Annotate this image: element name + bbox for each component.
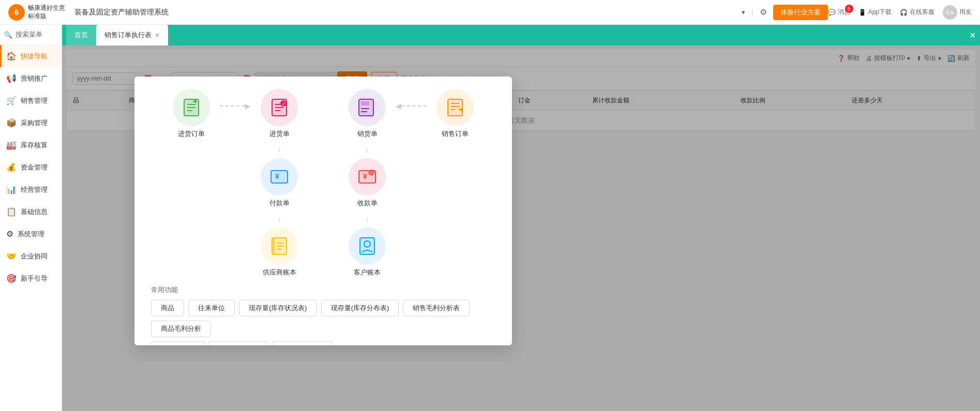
arrow-right-1: ▶ — [220, 102, 251, 126]
arrow-down-receipt: ↓ — [365, 214, 369, 223]
active-bar — [0, 45, 2, 67]
arrow-down-payment: ↓ — [277, 214, 281, 223]
sidebar-item-system[interactable]: ⚙ 系统管理 — [0, 223, 62, 245]
try-btn[interactable]: 体验行业方案 — [773, 5, 828, 20]
flow-row-arrows: ↓ ↓ — [151, 143, 495, 156]
func-buttons-row2: 销售排行榜 收款情况统计 付款情况统计 — [151, 341, 495, 345]
purchase-bill-label: 进货单 — [269, 129, 290, 139]
node-supplier-ledger[interactable]: 供应商账本 — [251, 227, 308, 277]
tab-home[interactable]: 首页 — [66, 25, 96, 45]
flow-row-2: ¥ 付款单 ¥ 收款单 — [151, 158, 495, 208]
download-icon: 📱 — [858, 9, 866, 16]
tab-close-btn[interactable]: ✕ — [155, 32, 160, 39]
func-btn-stock-status[interactable]: 现存量(库存状况表) — [239, 300, 317, 316]
marketing-icon: 📢 — [6, 73, 17, 83]
system-dropdown[interactable]: ▾ — [742, 8, 745, 16]
payment-bill-circle: ¥ — [261, 158, 298, 195]
svg-text:¥: ¥ — [275, 172, 279, 180]
func-btn-stock-dist[interactable]: 现存量(库存分布表) — [321, 300, 399, 316]
func-btn-product[interactable]: 商品 — [151, 300, 184, 316]
avatar: Ea — [943, 5, 957, 20]
main-content: 首页 销售订单执行表 ✕ ✕ ❓ 帮助 🖨 按模板打印 ▾ — [62, 25, 980, 411]
sales-bill-label: 销货单 — [357, 129, 378, 139]
payment-bill-label: 付款单 — [269, 199, 290, 208]
purchase-order-circle — [173, 89, 210, 126]
func-btn-payment-stat[interactable]: 付款情况统计 — [273, 341, 333, 345]
sidebar-item-newbie[interactable]: 🎯 新手引导 — [0, 267, 62, 290]
sidebar-item-finance[interactable]: 💰 资金管理 — [0, 156, 62, 178]
tab-bar-close-btn[interactable]: ✕ — [969, 31, 976, 40]
arrow-down-purchase: ↓ — [277, 145, 281, 154]
sidebar-item-purchase[interactable]: 📦 采购管理 — [0, 112, 62, 134]
app-download-btn[interactable]: 📱 App下载 — [858, 8, 892, 17]
modal: 进货订单 ▶ ✓ 进货单 — [134, 77, 512, 345]
enterprise-icon: 🤝 — [6, 251, 17, 261]
header-actions: 💬 消息 5 📱 App下载 🎧 在线客服 Ea 用友 — [828, 5, 972, 20]
purchase-bill-circle: ✓ — [261, 89, 298, 126]
node-receipt-bill[interactable]: ¥ 收款单 — [339, 158, 396, 208]
sales-icon: 🛒 — [6, 96, 17, 105]
customer-ledger-circle — [349, 227, 386, 265]
svg-rect-31 — [272, 238, 275, 254]
svg-point-28 — [368, 170, 374, 176]
search-icon: 🔍 — [4, 31, 12, 39]
layout: 🔍 搜索菜单 🏠 快捷导航 📢 营销推广 🛒 销售管理 📦 采购管理 🏭 库存核… — [0, 25, 980, 411]
node-sales-bill[interactable]: 销货单 — [339, 89, 396, 139]
logo-text: 畅康通好生意 标准版 — [28, 4, 65, 20]
func-btn-sales-rank[interactable]: 销售排行榜 — [151, 341, 204, 345]
func-buttons: 商品 往来单位 现存量(库存状况表) 现存量(库存分布表) 销售毛利分析表 商品… — [151, 300, 495, 337]
user-menu[interactable]: Ea 用友 — [943, 5, 972, 20]
sales-order-circle — [436, 89, 474, 126]
system-icon: ⚙ — [6, 229, 13, 239]
svg-rect-17 — [448, 99, 462, 116]
search-menu[interactable]: 🔍 搜索菜单 — [0, 25, 62, 45]
service-icon: 🎧 — [900, 9, 908, 16]
receipt-bill-circle: ¥ — [349, 158, 386, 195]
func-btn-sales-profit[interactable]: 销售毛利分析表 — [403, 300, 470, 316]
tab-sales-order-exec[interactable]: 销售订单执行表 ✕ — [96, 25, 168, 45]
message-badge: 5 — [845, 5, 853, 13]
supplier-ledger-label: 供应商账本 — [263, 268, 296, 277]
logo-area: 6 畅康通好生意 标准版 — [8, 4, 70, 21]
message-btn[interactable]: 💬 消息 5 — [828, 8, 850, 17]
sidebar: 🔍 搜索菜单 🏠 快捷导航 📢 营销推广 🛒 销售管理 📦 采购管理 🏭 库存核… — [0, 25, 62, 411]
sidebar-item-marketing[interactable]: 📢 营销推广 — [0, 67, 62, 89]
flow-row-1: 进货订单 ▶ ✓ 进货单 — [151, 89, 495, 139]
svg-rect-22 — [271, 171, 288, 183]
base-info-icon: 📋 — [6, 207, 17, 217]
purchase-order-label: 进货订单 — [178, 129, 205, 139]
node-payment-bill[interactable]: ¥ 付款单 — [251, 158, 308, 208]
svg-text:✓: ✓ — [282, 101, 286, 106]
inventory-icon: 🏭 — [6, 140, 17, 150]
func-btn-contacts[interactable]: 往来单位 — [188, 300, 235, 316]
finance-icon: 💰 — [6, 162, 17, 172]
node-purchase-order[interactable]: 进货订单 — [163, 89, 220, 139]
func-section: 常用功能 商品 往来单位 现存量(库存状况表) 现存量(库存分布表) 销售毛利分… — [151, 285, 495, 345]
modal-overlay: 进货订单 ▶ ✓ 进货单 — [62, 45, 980, 411]
online-service-btn[interactable]: 🎧 在线客服 — [900, 8, 934, 17]
sidebar-item-operations[interactable]: 📊 经营管理 — [0, 178, 62, 201]
sales-bill-circle — [349, 89, 386, 126]
svg-text:¥: ¥ — [363, 172, 367, 180]
arrow-left-1: ◀ — [396, 102, 427, 126]
node-customer-ledger[interactable]: 客户账本 — [339, 227, 396, 277]
sidebar-item-inventory[interactable]: 🏭 库存核算 — [0, 134, 62, 156]
sidebar-item-enterprise[interactable]: 🤝 企业协同 — [0, 245, 62, 267]
message-icon: 💬 — [828, 9, 836, 16]
settings-icon[interactable]: ⚙ — [760, 7, 767, 17]
arrow-down-sales-bill: ↓ — [365, 145, 369, 154]
sidebar-item-sales[interactable]: 🛒 销售管理 — [0, 89, 62, 112]
node-purchase-bill[interactable]: ✓ 进货单 — [251, 89, 308, 139]
func-btn-product-profit[interactable]: 商品毛利分析 — [151, 321, 211, 337]
logo-icon: 6 — [8, 4, 25, 21]
sidebar-item-quick-nav[interactable]: 🏠 快捷导航 — [0, 45, 62, 67]
customer-ledger-label: 客户账本 — [354, 268, 381, 277]
supplier-ledger-circle — [261, 227, 298, 265]
sidebar-item-base-info[interactable]: 📋 基础信息 — [0, 201, 62, 223]
operations-icon: 📊 — [6, 185, 17, 194]
func-btn-receipt-stat[interactable]: 收款情况统计 — [208, 341, 268, 345]
page-area: ❓ 帮助 🖨 按模板打印 ▾ ⬆ 导出 ▾ 🔄 刷新 — [62, 45, 980, 411]
svg-rect-14 — [361, 101, 369, 105]
node-sales-order[interactable]: 销售订单 — [427, 89, 484, 139]
func-title: 常用功能 — [151, 285, 495, 295]
